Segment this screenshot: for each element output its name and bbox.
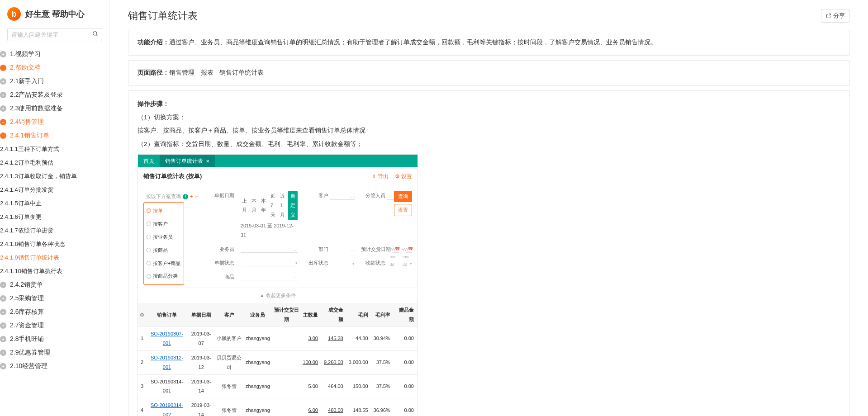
scheme-item: 按业务员 (144, 231, 184, 244)
nav-leaf[interactable]: 2.4.1.8销售订单各种状态 (0, 237, 109, 251)
shot-title: 销售订单统计表 (按单) (143, 171, 202, 182)
scheme-item: 按单 (144, 204, 184, 217)
search-box (7, 28, 102, 41)
intro-label: 功能介绍： (138, 39, 169, 46)
scheme-item: 按客户 (144, 217, 184, 231)
table-row: 4SO-20190314-0022019-03-14张冬雪zhangyang6.… (138, 398, 417, 416)
nav-leaf[interactable]: 2.4.1.6订单变更 (0, 210, 109, 224)
data-table: ⚙ 销售订单 单据日期 客户 业务员 预计交货日期 主数量 成交金额 毛利 毛利… (138, 303, 417, 416)
date-filter: 上月 本月 本年 近7天 近1月 自定义 2019-03-01 至 2019-1… (241, 191, 298, 240)
customer-input: ... (330, 192, 355, 200)
app-title: 好生意 帮助中心 (25, 9, 85, 19)
nav-leaf-current[interactable]: 2.4.1.9销售订单统计表 (0, 251, 109, 265)
expand-icon[interactable]: + (0, 336, 6, 342)
nav-leaf[interactable]: 2.4.1.5订单中止 (0, 197, 109, 210)
scheme-item: 按客户+商品 (144, 257, 184, 270)
outstatus-input: ▾ (330, 259, 355, 267)
nav-2-4[interactable]: −2.4销售管理 (0, 115, 109, 129)
settings-link: ⚙设置 (395, 171, 412, 182)
expand-icon[interactable]: + (0, 78, 6, 85)
steps-block: 操作步骤： （1）切换方案： 按客户、按商品、按客户＋商品、按单、按业务员等维度… (128, 90, 850, 416)
query-button: 查询 (394, 191, 412, 202)
nav-leaf[interactable]: 2.4.1.10销售订单执行表 (0, 265, 109, 278)
dept-input: ... (330, 245, 355, 253)
gear-icon: ⚙ (395, 171, 400, 182)
sales-input: ... (241, 245, 298, 253)
logo: b 好生意 帮助中心 (0, 0, 109, 24)
path-label: 页面路径： (138, 69, 169, 76)
share-button[interactable]: 分享 (821, 9, 850, 23)
nav-2-7[interactable]: +2.7资金管理 (0, 319, 109, 332)
nav-2-2[interactable]: +2.2产品安装及登录 (0, 88, 109, 102)
nav-2-3[interactable]: +2.3使用前数据准备 (0, 102, 109, 115)
status-input: ▾ (241, 258, 298, 266)
close-icon: ✕ (206, 157, 209, 165)
info-icon: i (183, 194, 188, 199)
step1-label: （1）切换方案： (138, 112, 840, 123)
nav-2-8[interactable]: +2.8手机旺铺 (0, 332, 109, 346)
expand-icon[interactable]: + (0, 295, 6, 302)
nav-leaf[interactable]: 2.4.1.7依照订单进货 (0, 224, 109, 237)
nav-tree: +1.视频学习 −2.帮助文档 +2.1新手入门 +2.2产品安装及登录 +2.… (0, 47, 109, 373)
expand-icon[interactable]: + (0, 363, 6, 369)
export-link: ⇪导出 (372, 171, 389, 182)
set-button: 设置 (394, 204, 412, 216)
nav-2-10[interactable]: +2.10经营管理 (0, 359, 109, 373)
paystatus-input: ▾ (387, 259, 412, 267)
expand-icon[interactable]: + (0, 105, 6, 112)
nav-leaf[interactable]: 2.4.1.3订单收取订金，销货单 (0, 170, 109, 183)
nav-video[interactable]: +1.视频学习 (0, 47, 109, 61)
collapse-icon[interactable]: − (0, 65, 6, 71)
steps-label: 操作步骤： (138, 98, 840, 110)
search-icon[interactable] (92, 31, 99, 38)
table-row: 2SO-20190312-0012019-03-12贝贝贸易公司zhangyan… (138, 350, 417, 374)
table-row: 1SO-20190307-0012019-03-07小黑的客户zhangyang… (138, 327, 417, 351)
filter-label: 单据日期 (210, 191, 234, 200)
nav-leaf[interactable]: 2.4.1.2订单毛利预估 (0, 156, 109, 170)
gear-icon: ⚙ (138, 303, 146, 326)
export-icon: ⇪ (372, 171, 376, 182)
path-text: 销售管理—报表—销售订单统计表 (169, 69, 264, 76)
scheme-item: 按商品 (144, 244, 184, 257)
intro-text: 通过客户、业务员、商品等维度查询销售订单的明细汇总情况；有助于管理者了解订单成交… (169, 39, 657, 46)
app-logo-icon: b (7, 7, 21, 21)
tab-stats: 销售订单统计表✕ (160, 155, 215, 167)
expand-icon[interactable]: + (0, 350, 6, 356)
share-icon (826, 13, 831, 19)
sidebar: b 好生意 帮助中心 +1.视频学习 −2.帮助文档 +2.1新手入门 +2.2… (0, 0, 110, 416)
collapse-icon[interactable]: − (0, 132, 6, 139)
collapse-bar: ▲ 收起更多条件 (138, 288, 417, 303)
nav-leaf[interactable]: 2.4.1.4订单分批发货 (0, 183, 109, 197)
nav-2-6[interactable]: +2.6库存核算 (0, 305, 109, 319)
path-card: 页面路径：销售管理—报表—销售订单统计表 (128, 60, 850, 86)
screenshot-1: 首页 销售订单统计表✕ 销售订单统计表 (按单) ⇪导出 ⚙设置 按以下方案查询… (138, 154, 418, 416)
expand-icon[interactable]: + (0, 322, 6, 329)
scheme-item: 按商品分类 (144, 269, 184, 283)
scheme-box: 按单 按客户 按业务员 按商品 按客户+商品 按商品分类 (143, 202, 184, 285)
page-title: 销售订单统计表 (128, 9, 198, 23)
nav-leaf[interactable]: 2.4.1.1三种下订单方式 (0, 142, 109, 156)
expand-icon[interactable]: + (0, 51, 6, 57)
expand-icon[interactable]: + (0, 92, 6, 98)
nav-2-9[interactable]: +2.9优惠券管理 (0, 346, 109, 359)
tab-home: 首页 (138, 155, 160, 167)
expand-icon[interactable]: + (0, 309, 6, 315)
step2: （2）查询指标：交货日期、数量、成交金额、毛利、毛利率、累计收款金额等； (138, 138, 840, 150)
nav-2-1[interactable]: +2.1新手入门 (0, 75, 109, 88)
table-row: 3SO-20190314-0012019-03-14张冬雪zhangyang5.… (138, 374, 417, 398)
expand-icon[interactable]: + (0, 282, 6, 288)
step1-text: 按客户、按商品、按客户＋商品、按单、按业务员等维度来查看销售订单总体情况 (138, 125, 840, 137)
svg-point-0 (93, 32, 97, 35)
collapse-icon[interactable]: − (0, 119, 6, 125)
nav-help-docs[interactable]: −2.帮助文档 (0, 61, 109, 75)
goods-input: ... (241, 272, 298, 280)
main-content: 销售订单统计表 分享 功能介绍：通过客户、业务员、商品等维度查询销售订单的明细汇… (110, 0, 868, 416)
search-input[interactable] (7, 28, 102, 41)
nav-2-4-2[interactable]: +2.4.2销货单 (0, 278, 109, 292)
scheme-header: 按以下方案查询i+‹› (143, 191, 201, 202)
svg-line-1 (96, 35, 98, 36)
nav-2-5[interactable]: +2.5采购管理 (0, 292, 109, 305)
nav-2-4-1[interactable]: −2.4.1销售订单 (0, 129, 109, 142)
intro-card: 功能介绍：通过客户、业务员、商品等维度查询销售订单的明细汇总情况；有助于管理者了… (128, 30, 850, 56)
